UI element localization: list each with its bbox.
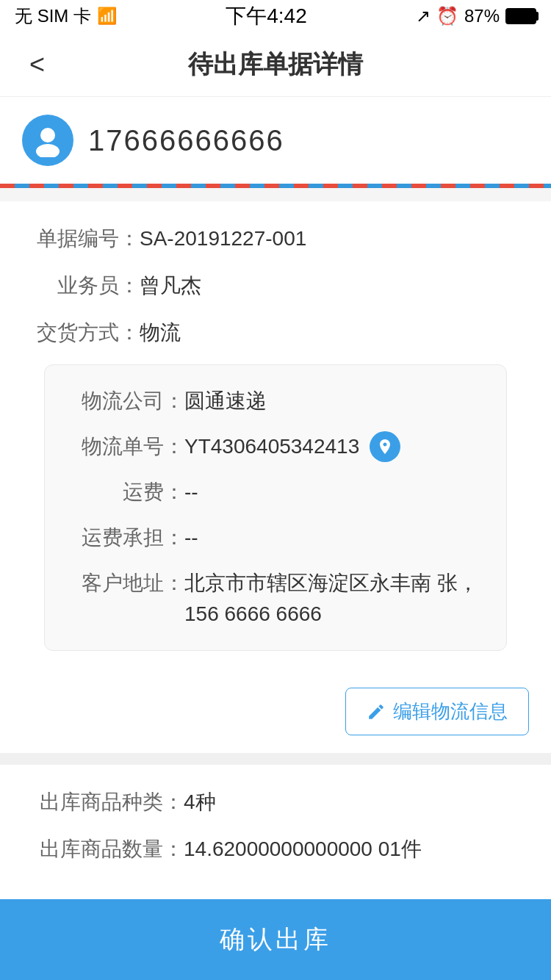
order-number-label: 单据编号：: [22, 223, 140, 254]
status-left: 无 SIM 卡 📶: [15, 4, 117, 28]
goods-category-value: 4种: [184, 787, 529, 818]
address-value: 北京市市辖区海淀区永丰南 张，156 6666 6666: [184, 568, 484, 630]
edit-logistics-button[interactable]: 编辑物流信息: [345, 688, 529, 735]
logistics-company-row: 物流公司： 圆通速递: [67, 386, 484, 417]
salesman-value: 曾凡杰: [140, 270, 529, 301]
carrier-text: 无 SIM 卡: [15, 4, 91, 28]
goods-quantity-row: 出库商品数量： 14.62000000000000 01件: [22, 834, 529, 865]
logistics-card: 物流公司： 圆通速递 物流单号： YT4306405342413 运费： -- …: [44, 364, 507, 651]
tracking-label: 物流单号：: [67, 431, 184, 462]
nav-bar: < 待出库单据详情: [0, 32, 551, 97]
page-title: 待出库单据详情: [188, 48, 363, 82]
tracking-number-row: 物流单号： YT4306405342413: [67, 431, 484, 462]
battery-icon: [505, 8, 536, 24]
goods-quantity-label: 出库商品数量：: [22, 834, 184, 865]
freight-bear-label: 运费承担：: [67, 522, 184, 553]
goods-category-row: 出库商品种类： 4种: [22, 787, 529, 818]
edit-logistics-label: 编辑物流信息: [393, 699, 508, 724]
goods-section: 出库商品种类： 4种 出库商品数量： 14.62000000000000 01件: [0, 765, 551, 887]
order-number-row: 单据编号： SA-20191227-001: [22, 223, 529, 254]
logistics-company-value: 圆通速递: [184, 386, 484, 417]
address-label: 客户地址：: [67, 568, 184, 599]
delivery-label: 交货方式：: [22, 317, 140, 348]
delivery-row: 交货方式： 物流: [22, 317, 529, 348]
logistics-company-label: 物流公司：: [67, 386, 184, 417]
goods-quantity-value: 14.62000000000000 01件: [184, 834, 529, 865]
edit-icon: [367, 702, 386, 721]
tracking-location-button[interactable]: [370, 431, 400, 462]
confirm-btn-bar[interactable]: 确认出库: [0, 899, 551, 980]
back-button[interactable]: <: [22, 42, 52, 87]
freight-row: 运费： --: [67, 477, 484, 508]
order-number-value: SA-20191227-001: [140, 223, 529, 254]
location-icon: ↗: [416, 6, 431, 26]
goods-category-label: 出库商品种类：: [22, 787, 184, 818]
svg-point-1: [36, 144, 60, 157]
user-header: 17666666666: [0, 97, 551, 184]
tracking-value: YT4306405342413: [184, 431, 484, 462]
location-icon: [376, 438, 394, 455]
avatar-icon: [31, 123, 65, 157]
avatar: [22, 115, 73, 166]
battery-text: 87%: [464, 6, 500, 26]
freight-label: 运费：: [67, 477, 184, 508]
freight-bear-row: 运费承担： --: [67, 522, 484, 553]
alarm-icon: ⏰: [436, 6, 458, 26]
svg-point-0: [40, 128, 55, 143]
order-info-section: 单据编号： SA-20191227-001 业务员： 曾凡杰 交货方式： 物流 …: [0, 201, 551, 673]
freight-bear-value: --: [184, 522, 484, 553]
status-time: 下午4:42: [226, 2, 307, 30]
status-bar: 无 SIM 卡 📶 下午4:42 ↗ ⏰ 87%: [0, 0, 551, 32]
tracking-number-text: YT4306405342413: [184, 431, 359, 462]
confirm-btn-label: 确认出库: [220, 923, 331, 956]
address-row: 客户地址： 北京市市辖区海淀区永丰南 张，156 6666 6666: [67, 568, 484, 630]
salesman-label: 业务员：: [22, 270, 140, 301]
status-right: ↗ ⏰ 87%: [416, 6, 536, 26]
edit-btn-row: 编辑物流信息: [0, 673, 551, 753]
freight-value: --: [184, 477, 484, 508]
user-phone: 17666666666: [88, 124, 284, 157]
delivery-value: 物流: [140, 317, 529, 348]
dashed-separator: [0, 184, 551, 188]
section-divider: [0, 753, 551, 765]
wifi-icon: 📶: [97, 7, 117, 26]
salesman-row: 业务员： 曾凡杰: [22, 270, 529, 301]
